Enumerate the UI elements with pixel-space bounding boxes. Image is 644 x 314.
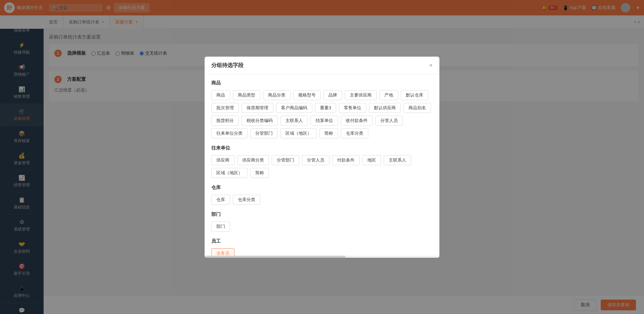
section-department-tags: 部门 <box>211 222 433 232</box>
tag-payment-terms[interactable]: 收付款条件 <box>341 116 373 126</box>
tag-region-goods[interactable]: 区域（地区） <box>280 128 317 138</box>
tag-spec-model[interactable]: 规格型号 <box>293 90 321 100</box>
field-select-modal: 分组待选字段 × 商品 商品 商品类型 商品分类 规格型号 品牌 主要供应商 产… <box>205 57 439 258</box>
tag-goods-category[interactable]: 商品分类 <box>263 90 290 100</box>
tag-default-supplier[interactable]: 默认供应商 <box>369 103 401 113</box>
section-goods: 商品 商品 商品类型 商品分类 规格型号 品牌 主要供应商 产地 默认仓库 批次… <box>211 80 433 138</box>
tag-warehouse-cat[interactable]: 仓库分类 <box>233 195 260 205</box>
modal-close-button[interactable]: × <box>429 62 433 69</box>
tag-retail-unit[interactable]: 零售单位 <box>339 103 366 113</box>
tag-region-partner[interactable]: 区域（地区） <box>211 168 248 178</box>
tag-partner-person[interactable]: 分管人员 <box>302 155 329 165</box>
section-warehouse-tags: 仓库 仓库分类 <box>211 195 433 205</box>
section-employee-tags: 业务员 <box>211 248 433 256</box>
tag-main-contact[interactable]: 主联系人 <box>280 116 308 126</box>
section-department-title: 部门 <box>211 211 433 217</box>
modal-title: 分组待选字段 <box>211 62 244 69</box>
modal-scrollbar-horizontal[interactable] <box>205 256 439 258</box>
tag-supplier-category[interactable]: 供应商分类 <box>237 155 269 165</box>
tag-salesperson[interactable]: 业务员 <box>211 248 234 256</box>
modal-body: 商品 商品 商品类型 商品分类 规格型号 品牌 主要供应商 产地 默认仓库 批次… <box>205 75 439 256</box>
tag-goods-type[interactable]: 商品类型 <box>233 90 260 100</box>
tag-department[interactable]: 部门 <box>211 222 230 232</box>
section-department: 部门 部门 <box>211 211 433 232</box>
modal-header: 分组待选字段 × <box>205 57 439 75</box>
tag-settlement-unit[interactable]: 结算单位 <box>311 116 338 126</box>
tag-warehouse-category[interactable]: 仓库分类 <box>341 128 368 138</box>
tag-warehouse[interactable]: 仓库 <box>211 195 230 205</box>
tag-customer-code[interactable]: 客户商品编码 <box>276 103 312 113</box>
tag-short-name-goods[interactable]: 简称 <box>319 128 338 138</box>
tag-weight3[interactable]: 重量3 <box>315 103 336 113</box>
section-partner: 往来单位 供应商 供应商分类 分管部门 分管人员 付款条件 地区 主联系人 区域… <box>211 145 433 178</box>
tag-batch-mgmt[interactable]: 批次管理 <box>211 103 239 113</box>
tag-payment-condition[interactable]: 付款条件 <box>332 155 360 165</box>
section-goods-tags: 商品 商品类型 商品分类 规格型号 品牌 主要供应商 产地 默认仓库 批次管理 … <box>211 90 433 138</box>
tag-brand[interactable]: 品牌 <box>323 90 342 100</box>
tag-shelf-life[interactable]: 保质期管理 <box>241 103 273 113</box>
tag-short-name-partner[interactable]: 简称 <box>250 168 269 178</box>
section-warehouse: 仓库 仓库 仓库分类 <box>211 185 433 205</box>
tag-goods[interactable]: 商品 <box>211 90 230 100</box>
tag-origin[interactable]: 产地 <box>379 90 398 100</box>
tag-dept[interactable]: 分管部门 <box>250 128 278 138</box>
tag-tax-code[interactable]: 税收分类编码 <box>241 116 278 126</box>
section-partner-tags: 供应商 供应商分类 分管部门 分管人员 付款条件 地区 主联系人 区域（地区） … <box>211 155 433 178</box>
section-goods-title: 商品 <box>211 80 433 86</box>
tag-default-warehouse[interactable]: 默认仓库 <box>401 90 428 100</box>
tag-main-supplier[interactable]: 主要供应商 <box>345 90 377 100</box>
tag-supplier[interactable]: 供应商 <box>211 155 234 165</box>
section-partner-title: 往来单位 <box>211 145 433 151</box>
tag-pick-score[interactable]: 拣货积分 <box>211 116 239 126</box>
tag-area[interactable]: 地区 <box>362 155 381 165</box>
section-warehouse-title: 仓库 <box>211 185 433 191</box>
tag-partner-dept[interactable]: 分管部门 <box>272 155 299 165</box>
section-employee-title: 员工 <box>211 238 433 244</box>
tag-goods-alias[interactable]: 商品别名 <box>404 103 431 113</box>
tag-partner-contact[interactable]: 主联系人 <box>384 155 411 165</box>
modal-overlay: 分组待选字段 × 商品 商品 商品类型 商品分类 规格型号 品牌 主要供应商 产… <box>0 0 644 314</box>
section-employee: 员工 业务员 <box>211 238 433 256</box>
scrollbar-thumb-h <box>205 256 345 258</box>
tag-responsible-person[interactable]: 分管人员 <box>375 116 403 126</box>
tag-partner-category[interactable]: 往来单位分类 <box>211 128 248 138</box>
